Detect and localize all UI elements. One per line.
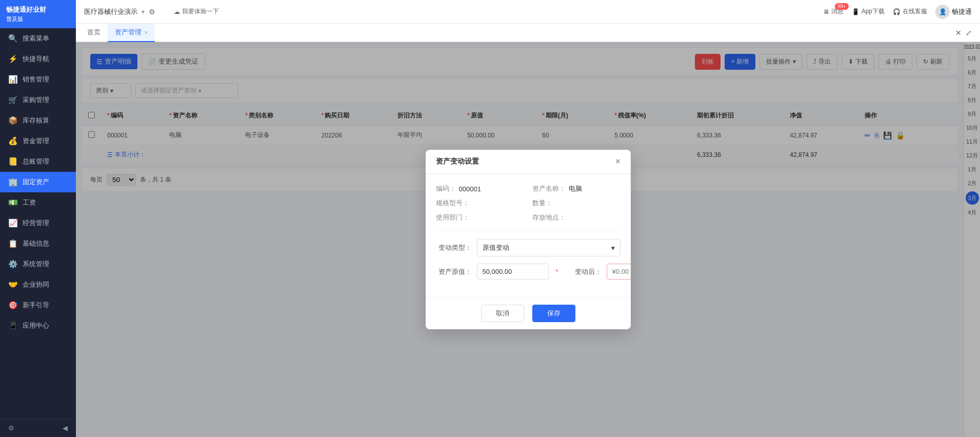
modal-close-icon[interactable]: ×	[615, 157, 620, 166]
sidebar-item-collab[interactable]: 🤝企业协同	[0, 274, 76, 295]
sidebar-scroll: 🔍搜索菜单⚡快捷导航📊销售管理🛒采购管理📦库存核算💰资金管理📒总账管理🏢固定资产…	[0, 28, 76, 419]
customer-service-button[interactable]: 🎧 在线客服	[893, 7, 927, 16]
sidebar: 畅捷通好业财 普及版 🔍搜索菜单⚡快捷导航📊销售管理🛒采购管理📦库存核算💰资金管…	[0, 0, 76, 437]
tabs-bar: 首页 资产管理 × ✕ ⤢	[76, 24, 980, 42]
collapse-icon[interactable]: ◀	[63, 424, 68, 432]
app-center-icon: 📱	[8, 321, 17, 330]
asset-change-modal: 资产变动设置 × 编码： 000001 资产名称： 电脑	[426, 150, 631, 329]
inventory-icon: 📦	[8, 116, 17, 125]
operations-icon: 📈	[8, 218, 17, 228]
modal-overlay: 资产变动设置 × 编码： 000001 资产名称： 电脑	[76, 42, 980, 437]
modal-asset-name-label: 资产名称：	[532, 184, 566, 193]
sidebar-logo: 畅捷通好业财 普及版	[0, 0, 76, 28]
tab-close-icon[interactable]: ×	[145, 29, 148, 35]
modal-footer: 取消 保存	[426, 297, 631, 329]
tab-home[interactable]: 首页	[80, 24, 108, 42]
main-area: 医疗器械行业演示 ▾ ⚙ ☁ 我要体验一下 🖥 消息 99+ 📱 App下载 🎧…	[76, 0, 980, 437]
modal-quantity-label: 数量：	[532, 198, 552, 208]
sidebar-item-label: 工资	[23, 198, 36, 207]
modal-original-value-input[interactable]	[477, 264, 549, 280]
settings-icon[interactable]: ⚙	[8, 424, 14, 432]
purchase-icon: 🛒	[8, 95, 17, 105]
dropdown-arrow-icon[interactable]: ▾	[142, 8, 145, 15]
experience-label[interactable]: 我要体验一下	[182, 7, 219, 16]
search-icon: 🔍	[8, 34, 17, 43]
modal-asset-name-item: 资产名称： 电脑	[532, 184, 621, 193]
modal-after-change-label: 变动后：	[566, 267, 602, 276]
sidebar-item-operations[interactable]: 📈经营管理	[0, 213, 76, 233]
sidebar-item-label: 应用中心	[23, 321, 49, 330]
modal-asset-name-value: 电脑	[569, 184, 582, 193]
message-button[interactable]: 🖥 消息 99+	[823, 7, 844, 16]
modal-change-type-select[interactable]: 原值变动 ▾	[477, 239, 621, 256]
sidebar-item-search[interactable]: 🔍搜索菜单	[0, 28, 76, 49]
fixed-asset-icon: 🏢	[8, 177, 17, 187]
sidebar-item-label: 基础信息	[23, 239, 49, 248]
message-icon: 🖥	[823, 8, 829, 15]
modal-code-label: 编码：	[436, 184, 456, 193]
topbar-right: 🖥 消息 99+ 📱 App下载 🎧 在线客服 👤 畅捷通	[823, 5, 972, 19]
customer-service-label: 在线客服	[903, 7, 927, 16]
sidebar-item-finance[interactable]: 💰资金管理	[0, 131, 76, 151]
app-edition: 普及版	[6, 15, 46, 23]
topbar: 医疗器械行业演示 ▾ ⚙ ☁ 我要体验一下 🖥 消息 99+ 📱 App下载 🎧…	[76, 0, 980, 24]
payroll-icon: 💵	[8, 198, 17, 207]
sidebar-item-inventory[interactable]: 📦库存核算	[0, 110, 76, 131]
sidebar-item-guide[interactable]: 🎯新手引导	[0, 295, 76, 315]
sidebar-item-label: 销售管理	[23, 75, 49, 84]
modal-change-type-value: 原值变动	[483, 243, 509, 252]
basic-info-icon: 📋	[8, 239, 17, 248]
cancel-button[interactable]: 取消	[481, 305, 524, 322]
avatar: 👤	[935, 5, 950, 19]
modal-after-change-input[interactable]	[607, 264, 631, 280]
modal-change-type-chevron-icon: ▾	[611, 244, 615, 252]
app-download-button[interactable]: 📱 App下载	[852, 7, 885, 16]
modal-dept-label: 使用部门：	[436, 213, 469, 222]
sidebar-item-label: 采购管理	[23, 95, 49, 105]
sidebar-item-purchase[interactable]: 🛒采购管理	[0, 90, 76, 110]
collab-icon: 🤝	[8, 280, 17, 289]
sidebar-item-label: 系统管理	[23, 260, 49, 269]
experience-area: ☁ 我要体验一下	[174, 7, 219, 16]
ledger-icon: 📒	[8, 157, 17, 166]
modal-header: 资产变动设置 ×	[426, 150, 631, 174]
sidebar-item-label: 快捷导航	[23, 54, 49, 64]
close-window-icon[interactable]: ✕	[955, 29, 962, 37]
modal-change-type-label: 变动类型：	[436, 243, 472, 252]
tab-home-label: 首页	[87, 28, 101, 37]
modal-original-value-field: 资产原值： * 变动后：	[436, 264, 621, 280]
sidebar-item-sales[interactable]: 📊销售管理	[0, 69, 76, 90]
tab-controls: ✕ ⤢	[951, 29, 976, 37]
message-badge: 99+	[835, 3, 849, 10]
modal-original-value-label: 资产原值：	[436, 267, 472, 276]
modal-body: 编码： 000001 资产名称： 电脑 规格型号： 数量：	[426, 174, 631, 297]
topbar-left: 医疗器械行业演示 ▾ ⚙ ☁ 我要体验一下	[84, 7, 219, 16]
sidebar-item-label: 新手引导	[23, 301, 49, 310]
maximize-icon[interactable]: ⤢	[966, 29, 972, 37]
save-button[interactable]: 保存	[532, 305, 575, 322]
settings-gear-icon[interactable]: ⚙	[149, 8, 155, 16]
sidebar-item-label: 搜索菜单	[23, 34, 49, 43]
sidebar-item-basic-info[interactable]: 📋基础信息	[0, 233, 76, 254]
sidebar-item-system[interactable]: ⚙️系统管理	[0, 254, 76, 274]
sidebar-item-payroll[interactable]: 💵工资	[0, 192, 76, 213]
sidebar-item-label: 资金管理	[23, 136, 49, 146]
finance-icon: 💰	[8, 136, 17, 146]
cloud-icon: ☁	[174, 8, 180, 15]
modal-location-item: 存放地点：	[532, 213, 621, 222]
sidebar-item-label: 企业协同	[23, 280, 49, 289]
sidebar-item-fixed-asset[interactable]: 🏢固定资产	[0, 172, 76, 192]
modal-title: 资产变动设置	[436, 157, 479, 166]
guide-icon: 🎯	[8, 301, 17, 310]
sidebar-item-quick-nav[interactable]: ⚡快捷导航	[0, 49, 76, 69]
tab-asset-mgmt[interactable]: 资产管理 ×	[108, 24, 155, 42]
modal-dept-item: 使用部门：	[436, 213, 524, 222]
sidebar-item-app-center[interactable]: 📱应用中心	[0, 315, 76, 336]
sidebar-item-ledger[interactable]: 📒总账管理	[0, 151, 76, 172]
sidebar-bottom: ⚙ ◀	[0, 419, 76, 437]
sidebar-item-label: 总账管理	[23, 157, 49, 166]
modal-change-type-field: 变动类型： 原值变动 ▾	[436, 239, 621, 256]
headset-icon: 🎧	[893, 8, 901, 15]
sales-icon: 📊	[8, 75, 17, 84]
app-download-label: App下载	[862, 7, 885, 16]
